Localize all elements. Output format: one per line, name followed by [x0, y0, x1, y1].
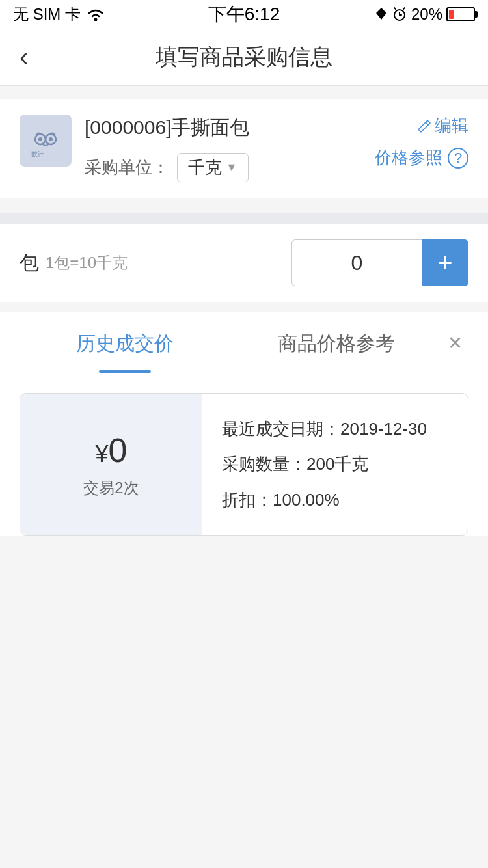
qty-unit-label: 包: [20, 250, 39, 277]
svg-point-9: [49, 137, 53, 141]
product-left: 数计 [0000006]手撕面包 采购单位： 千克 ▼: [20, 115, 249, 182]
history-details: 最近成交日期：2019-12-30 采购数量：200千克 折扣：100.00%: [202, 394, 468, 535]
product-info: [0000006]手撕面包 采购单位： 千克 ▼: [85, 115, 249, 182]
status-left: 无 SIM 卡: [13, 4, 105, 25]
unit-select[interactable]: 千克 ▼: [177, 153, 249, 182]
alarm-icon: [392, 7, 407, 22]
qty-unit-block: 包 1包=10千克: [20, 250, 291, 277]
history-qty-row: 采购数量：200千克: [222, 452, 448, 476]
qty-value: 200千克: [306, 454, 368, 474]
battery-icon: [446, 7, 475, 21]
svg-text:数计: 数计: [31, 150, 44, 157]
qty-conversion: 1包=10千克: [46, 252, 128, 273]
section-divider: [0, 213, 488, 224]
history-price-value: ¥0: [96, 431, 128, 470]
svg-line-4: [394, 8, 396, 9]
price-ref-label: 价格参照: [375, 146, 442, 169]
product-unit-row: 采购单位： 千克 ▼: [85, 153, 249, 182]
edit-icon: [416, 118, 432, 134]
price-ref-right: 编辑 价格参照 ?: [375, 115, 468, 169]
tab-close-button[interactable]: ×: [442, 316, 468, 370]
qty-label: 采购数量：: [222, 454, 306, 474]
date-value: 2019-12-30: [340, 419, 427, 439]
tab-history-price[interactable]: 历史成交价: [20, 312, 230, 373]
history-discount-row: 折扣：100.00%: [222, 488, 448, 511]
back-button[interactable]: ‹: [20, 36, 41, 78]
carrier-text: 无 SIM 卡: [13, 4, 81, 25]
svg-point-8: [38, 137, 42, 141]
page-title: 填写商品采购信息: [156, 42, 332, 72]
tab-section: 历史成交价 商品价格参考 × ¥0 交易2次 最近成交日期：2019-12-30…: [0, 312, 488, 536]
edit-label: 编辑: [435, 115, 468, 137]
history-price-block: ¥0 交易2次: [20, 394, 202, 535]
edit-link[interactable]: 编辑: [416, 115, 468, 137]
unit-arrow-icon: ▼: [226, 161, 237, 174]
product-thumbnail: 数计: [20, 115, 72, 167]
unit-label: 采购单位：: [85, 156, 169, 179]
price-ref-link[interactable]: 价格参照 ?: [375, 146, 468, 169]
help-icon: ?: [448, 148, 468, 169]
qty-input[interactable]: [291, 239, 422, 286]
history-date-row: 最近成交日期：2019-12-30: [222, 417, 448, 441]
battery-percent: 20%: [411, 5, 442, 23]
product-card: 数计 [0000006]手撕面包 采购单位： 千克 ▼: [0, 99, 488, 198]
date-label: 最近成交日期：: [222, 419, 340, 439]
tab-active-indicator: [99, 370, 151, 373]
currency-symbol: ¥: [96, 441, 109, 467]
tab-price-reference[interactable]: 商品价格参考: [230, 312, 441, 373]
page-background: [0, 555, 488, 868]
unit-value: 千克: [188, 156, 222, 179]
quantity-row: 包 1包=10千克 +: [0, 224, 488, 302]
history-trades-label: 交易2次: [83, 478, 139, 498]
qty-input-block: +: [291, 239, 468, 286]
tab-header: 历史成交价 商品价格参考 ×: [0, 312, 488, 373]
location-icon: [375, 7, 388, 22]
nav-bar: ‹ 填写商品采购信息: [0, 29, 488, 86]
product-header: 数计 [0000006]手撕面包 采购单位： 千克 ▼: [20, 115, 468, 182]
discount-label: 折扣：: [222, 490, 273, 509]
svg-line-5: [403, 8, 405, 9]
product-icon: 数计: [26, 121, 65, 160]
wifi-icon: [86, 7, 105, 22]
status-time: 下午6:12: [208, 2, 280, 27]
qty-plus-button[interactable]: +: [422, 239, 468, 286]
status-right: 20%: [375, 5, 475, 23]
product-name: [0000006]手撕面包: [85, 115, 249, 141]
discount-value: 100.00%: [273, 490, 340, 509]
svg-point-0: [94, 18, 98, 21]
history-card: ¥0 交易2次 最近成交日期：2019-12-30 采购数量：200千克 折扣：…: [20, 393, 468, 536]
status-bar: 无 SIM 卡 下午6:12 20%: [0, 0, 488, 29]
